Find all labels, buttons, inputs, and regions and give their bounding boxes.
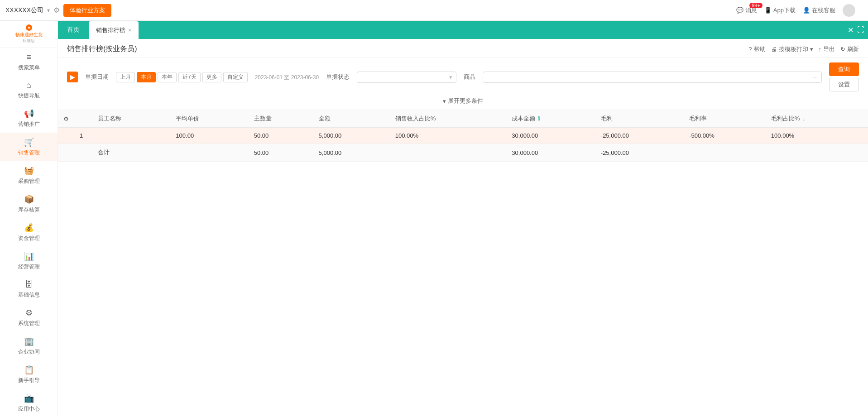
- app-label: App下载: [773, 6, 796, 14]
- row-total: 5,000.00: [313, 128, 390, 144]
- cost-info-icon[interactable]: ℹ: [538, 115, 540, 122]
- search-order-icon: ≡: [26, 53, 31, 62]
- sidebar-item-purchase[interactable]: 🧺 采购管理: [0, 161, 58, 190]
- refresh-label: 刷新: [847, 45, 859, 53]
- footer-gear: [58, 144, 74, 162]
- print-button[interactable]: 🖨 按模板打印 ▾: [771, 45, 813, 53]
- service-icon: 👤: [803, 7, 810, 14]
- company-dropdown-icon[interactable]: ▾: [47, 7, 50, 14]
- date-range-display: 2023-06-01 至 2023-06-30: [255, 73, 319, 81]
- footer-avg-price: [170, 144, 248, 162]
- sidebar-item-inventory[interactable]: 📦 库存核算: [0, 190, 58, 218]
- sidebar-label-purchase: 采购管理: [18, 177, 40, 185]
- app-center-icon: 📺: [24, 393, 34, 403]
- expand-label: 展开更多条件: [448, 97, 483, 105]
- sidebar-item-search-order[interactable]: ≡ 搜索菜单: [0, 48, 58, 76]
- page-header: 销售排行榜(按业务员) ? 帮助 🖨 按模板打印 ▾ ↑ 导出: [58, 39, 868, 58]
- sidebar-label-inventory: 库存核算: [18, 206, 40, 214]
- footer-row: 合计 50.00 5,000.00 30,000.00 -25,000.00: [58, 144, 868, 162]
- sidebar-label-sales: 销售管理: [18, 149, 40, 157]
- tab-home[interactable]: 首页: [58, 21, 89, 39]
- tab-maximize-icon[interactable]: ⛶: [857, 26, 864, 34]
- logo-sub: 标准版: [23, 38, 35, 44]
- sidebar-logo: 畅 畅康通好生意 标准版: [0, 21, 58, 48]
- query-button[interactable]: 查询: [829, 62, 859, 76]
- filter-toggle-icon[interactable]: ▶: [67, 72, 78, 82]
- row-gross-pct: 100.00%: [766, 128, 868, 144]
- row-main-qty: 50.00: [249, 128, 313, 144]
- goods-label: 商品: [464, 73, 475, 81]
- sidebar-item-finance[interactable]: 💰 资金管理: [0, 218, 58, 247]
- content-area: 首页 销售排行榜 × ✕ ⛶ 销售排行榜(按业务员) ? 帮助: [58, 21, 868, 417]
- export-button[interactable]: ↑ 导出: [819, 45, 835, 53]
- th-cost: 成本全额 ℹ: [506, 110, 595, 128]
- help-label: 帮助: [754, 45, 766, 53]
- tab-close-icon[interactable]: ×: [128, 27, 131, 34]
- sidebar-item-basic-info[interactable]: 🗄 基础信息: [0, 275, 58, 303]
- th-gross: 毛利: [595, 110, 684, 128]
- company-name: XXXXXX公司: [5, 6, 43, 14]
- logo-brand: 畅康通好生意: [15, 32, 43, 38]
- marketing-icon: 📢: [24, 109, 34, 119]
- goods-input[interactable]: ···: [483, 72, 822, 83]
- date-btn-custom[interactable]: 自定义: [223, 72, 248, 82]
- settings-button[interactable]: 设置: [829, 78, 859, 91]
- footer-label: 合计: [92, 144, 170, 162]
- expand-section: ▾ 展开更多条件: [67, 95, 859, 105]
- sidebar-item-sales[interactable]: 🛒 销售管理: [0, 133, 58, 161]
- status-dropdown-icon: ▾: [449, 74, 452, 81]
- app-download-button[interactable]: 📱 App下载: [764, 6, 796, 14]
- sidebar-item-app-center[interactable]: 📺 应用中心: [0, 389, 58, 417]
- settings-icon[interactable]: ⚙: [53, 6, 60, 14]
- inventory-icon: 📦: [24, 194, 34, 204]
- tab-close-window-icon[interactable]: ✕: [848, 26, 854, 34]
- print-label: 按模板打印: [779, 45, 808, 53]
- table-row: 1 100.00 50.00 5,000.00 100.00% 30,000.0…: [58, 128, 868, 144]
- th-settings[interactable]: ⚙: [58, 110, 74, 128]
- page-content: 销售排行榜(按业务员) ? 帮助 🖨 按模板打印 ▾ ↑ 导出: [58, 39, 868, 417]
- export-icon: ↑: [819, 46, 822, 53]
- purchase-icon: 🧺: [24, 166, 34, 176]
- status-label: 单据状态: [326, 73, 350, 81]
- print-dropdown-icon[interactable]: ▾: [810, 46, 813, 53]
- online-service-button[interactable]: 👤 在线客服: [803, 6, 835, 14]
- date-btn-this-month[interactable]: 本月: [137, 72, 156, 82]
- sidebar-item-operations[interactable]: 📊 经营管理: [0, 247, 58, 275]
- th-rank: [74, 110, 92, 128]
- sidebar-label-marketing: 营销推广: [18, 120, 40, 128]
- th-name: 员工名称: [92, 110, 170, 128]
- sidebar-item-marketing[interactable]: 📢 营销推广: [0, 104, 58, 133]
- gross-pct-sort-icon[interactable]: ↓: [802, 115, 806, 122]
- top-bar-left: XXXXXX公司 ▾ ⚙ 体验行业方案: [5, 4, 111, 17]
- message-button[interactable]: 💬 消息 99+: [736, 6, 757, 14]
- sidebar-item-system[interactable]: ⚙ 系统管理: [0, 303, 58, 332]
- table-wrapper: ⚙ 员工名称 平均单价 主数量 全额 销售收入占比% 成本全额 ℹ 毛利: [58, 110, 868, 417]
- th-avg-price: 平均单价: [170, 110, 248, 128]
- table-body: 1 100.00 50.00 5,000.00 100.00% 30,000.0…: [58, 128, 868, 144]
- sidebar-item-enterprise[interactable]: 🏢 企业协同: [0, 332, 58, 360]
- date-btn-more[interactable]: 更多: [202, 72, 221, 82]
- sidebar-item-guide[interactable]: 📋 新手引导: [0, 360, 58, 389]
- th-gross-pct: 毛利占比% ↓: [766, 110, 868, 128]
- tab-sales-ranking[interactable]: 销售排行榜 ×: [89, 21, 139, 39]
- trial-button[interactable]: 体验行业方案: [63, 4, 111, 17]
- expand-down-icon: ▾: [443, 98, 446, 105]
- sidebar-item-quick-nav[interactable]: ⌂ 快捷导航: [0, 76, 58, 104]
- row-gear: [58, 128, 74, 144]
- date-btn-this-year[interactable]: 本年: [158, 72, 177, 82]
- tab-bar-right: ✕ ⛶: [848, 26, 868, 34]
- help-icon: ?: [748, 46, 752, 53]
- help-button[interactable]: ? 帮助: [748, 45, 765, 53]
- system-icon: ⚙: [25, 308, 33, 318]
- date-btn-last-month[interactable]: 上月: [116, 72, 135, 82]
- service-label: 在线客服: [812, 6, 835, 14]
- sidebar-label-enterprise: 企业协同: [18, 348, 40, 356]
- date-btn-last-7-days[interactable]: 近7天: [178, 72, 201, 82]
- expand-button[interactable]: ▾ 展开更多条件: [443, 97, 483, 105]
- sales-icon: 🛒: [24, 137, 34, 147]
- status-select[interactable]: ▾: [357, 72, 456, 83]
- table-header-row: ⚙ 员工名称 平均单价 主数量 全额 销售收入占比% 成本全额 ℹ 毛利: [58, 110, 868, 128]
- refresh-button[interactable]: ↻ 刷新: [840, 45, 859, 53]
- page-title: 销售排行榜(按业务员): [67, 44, 137, 54]
- avatar[interactable]: [843, 4, 855, 17]
